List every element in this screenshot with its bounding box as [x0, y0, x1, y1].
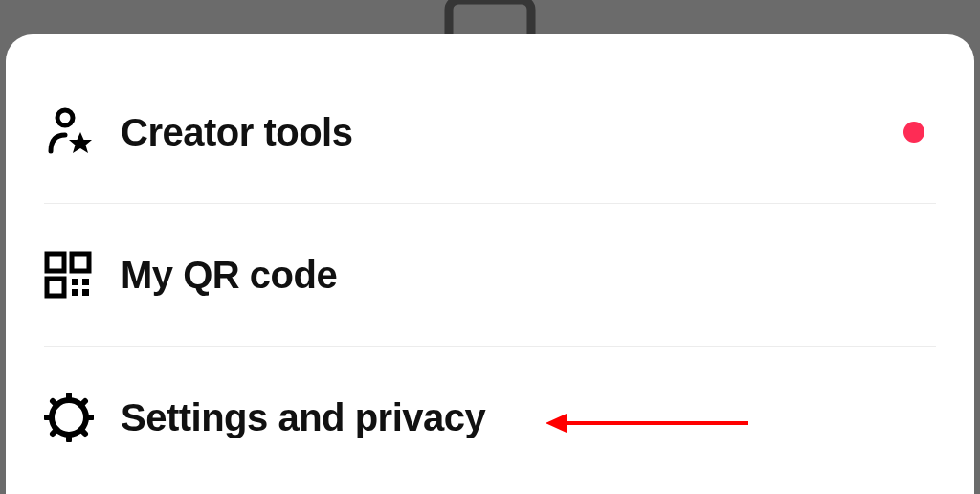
menu-item-creator-tools[interactable]: Creator tools — [44, 94, 936, 170]
menu-item-label: Settings and privacy — [121, 396, 485, 439]
menu-list: Creator tools My QR code — [6, 34, 974, 456]
menu-item-label: Creator tools — [121, 111, 352, 154]
svg-rect-2 — [47, 254, 64, 271]
svg-rect-0 — [449, 0, 531, 34]
divider — [44, 203, 936, 204]
svg-rect-8 — [82, 289, 89, 296]
svg-rect-4 — [47, 279, 64, 296]
svg-line-16 — [81, 430, 85, 434]
menu-item-qr-code[interactable]: My QR code — [44, 236, 936, 313]
creator-tools-icon — [44, 106, 121, 158]
svg-rect-6 — [82, 279, 89, 285]
svg-line-17 — [53, 401, 56, 405]
menu-item-label: My QR code — [121, 254, 337, 297]
svg-rect-5 — [72, 279, 78, 285]
qr-code-icon — [44, 251, 121, 299]
notification-badge — [903, 122, 924, 143]
divider — [44, 346, 936, 347]
svg-rect-3 — [72, 254, 89, 271]
svg-line-15 — [53, 430, 56, 434]
svg-rect-7 — [72, 289, 78, 296]
header-peek-icon — [437, 0, 543, 34]
settings-icon — [44, 393, 121, 442]
svg-line-14 — [81, 401, 85, 405]
bottom-sheet: Creator tools My QR code — [6, 34, 974, 494]
svg-point-1 — [57, 110, 73, 125]
menu-item-settings-privacy[interactable]: Settings and privacy — [44, 379, 936, 456]
